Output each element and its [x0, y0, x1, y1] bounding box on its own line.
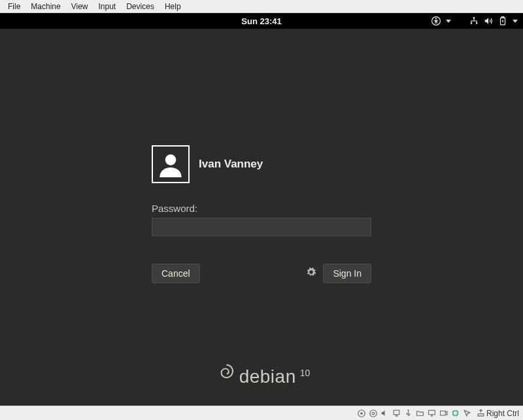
- menu-view[interactable]: View: [66, 1, 93, 12]
- audio-icon[interactable]: [380, 408, 390, 419]
- branding-version: 10: [300, 368, 311, 378]
- user-row: Ivan Vanney: [152, 145, 374, 183]
- network-indicator-icon[interactable]: [392, 408, 402, 419]
- avatar: [152, 145, 190, 183]
- gnome-topbar: Sun 23:41: [0, 13, 523, 29]
- display-icon[interactable]: [427, 408, 437, 419]
- svg-rect-6: [501, 17, 504, 18]
- menu-file[interactable]: File: [3, 1, 25, 12]
- volume-icon[interactable]: [484, 16, 493, 26]
- battery-icon[interactable]: [498, 16, 507, 26]
- svg-rect-16: [454, 411, 458, 415]
- debian-branding: debian 10: [0, 360, 523, 387]
- username-label: Ivan Vanney: [199, 158, 263, 171]
- svg-point-1: [435, 18, 437, 19]
- menu-input[interactable]: Input: [93, 1, 122, 12]
- vm-host-menubar: File Machine View Input Devices Help: [0, 0, 523, 13]
- svg-rect-4: [476, 22, 477, 24]
- menu-help[interactable]: Help: [160, 1, 186, 12]
- cpu-icon[interactable]: [450, 408, 461, 419]
- svg-point-10: [370, 410, 377, 417]
- svg-point-9: [361, 412, 362, 413]
- svg-rect-14: [429, 410, 435, 415]
- topbar-status-area[interactable]: [431, 13, 518, 29]
- svg-rect-3: [471, 22, 472, 24]
- clock[interactable]: Sun 23:41: [241, 16, 281, 26]
- mouse-capture-icon[interactable]: [462, 408, 473, 419]
- host-key-indicator[interactable]: Right Ctrl: [477, 409, 519, 418]
- gear-icon[interactable]: [306, 267, 316, 280]
- branding-name: debian: [239, 366, 296, 387]
- guest-desktop: Sun 23:41 Ivan Vanney P: [0, 13, 523, 406]
- svg-rect-12: [394, 410, 400, 415]
- svg-point-13: [408, 410, 409, 411]
- network-icon[interactable]: [469, 16, 479, 26]
- host-key-label: Right Ctrl: [486, 409, 519, 418]
- password-input[interactable]: [152, 218, 371, 236]
- menu-machine[interactable]: Machine: [25, 1, 65, 12]
- chevron-down-icon: [513, 20, 518, 23]
- svg-rect-2: [473, 17, 475, 18]
- svg-point-11: [372, 412, 375, 415]
- password-label: Password:: [152, 203, 374, 214]
- chevron-down-icon: [446, 20, 451, 23]
- usb-icon[interactable]: [403, 408, 414, 419]
- sign-in-button[interactable]: Sign In: [323, 264, 371, 283]
- login-panel: Ivan Vanney Password: Cancel Sign In: [152, 145, 374, 283]
- svg-rect-15: [441, 411, 446, 415]
- accessibility-icon[interactable]: [431, 16, 441, 26]
- vm-host-statusbar: Right Ctrl: [0, 406, 523, 420]
- svg-point-7: [165, 154, 177, 166]
- recording-icon[interactable]: [439, 408, 449, 419]
- menu-devices[interactable]: Devices: [121, 1, 160, 12]
- debian-swirl-icon: [213, 360, 235, 383]
- keyboard-icon: [477, 409, 485, 417]
- shared-folder-icon[interactable]: [415, 408, 426, 419]
- button-row: Cancel Sign In: [152, 264, 371, 283]
- hard-disk-icon[interactable]: [356, 408, 367, 419]
- optical-disk-icon[interactable]: [368, 408, 379, 419]
- cancel-button[interactable]: Cancel: [152, 264, 200, 283]
